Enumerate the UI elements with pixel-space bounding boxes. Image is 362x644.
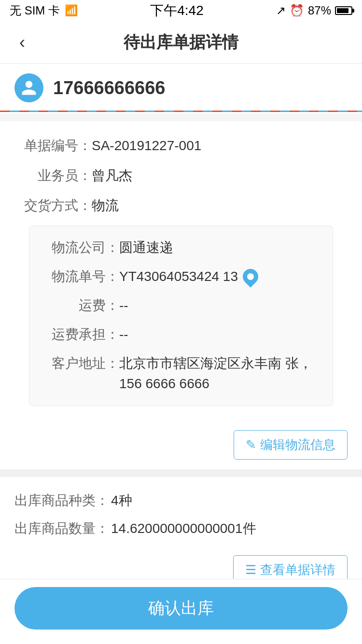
tracking-value: YT43064053424 13	[119, 266, 320, 287]
goods-quantity-row: 出库商品数量： 14.620000000000001件	[14, 519, 348, 538]
battery-percent: 87%	[308, 4, 331, 17]
goods-section: 出库商品种类： 4种 出库商品数量： 14.620000000000001件	[0, 477, 362, 547]
tracking-row: 物流单号： YT43064053424 13	[42, 266, 320, 287]
logistics-card: 物流公司： 圆通速递 物流单号： YT43064053424 13 运费： --…	[29, 225, 333, 406]
back-button[interactable]: ‹	[14, 28, 30, 57]
carrier-label: 无 SIM 卡	[10, 3, 60, 18]
address-label: 客户地址：	[42, 353, 119, 374]
freight-label: 运费：	[42, 295, 119, 316]
goods-types-row: 出库商品种类： 4种	[14, 491, 348, 510]
delivery-row: 交货方式： 物流	[14, 196, 348, 216]
edit-icon: ✎	[246, 437, 256, 452]
order-no-value: SA-20191227-001	[92, 136, 348, 156]
goods-quantity-label: 出库商品数量：	[14, 519, 111, 538]
order-no-label: 单据编号：	[14, 136, 92, 156]
logistics-company-row: 物流公司： 圆通速递	[42, 238, 320, 258]
customer-phone: 17666666666	[53, 78, 165, 98]
edit-logistics-row: ✎ 编辑物流信息	[0, 420, 362, 469]
avatar	[14, 73, 43, 102]
status-left: 无 SIM 卡 📶	[10, 3, 78, 18]
freight-value: --	[119, 295, 320, 316]
tracking-location-icon[interactable]	[239, 266, 261, 287]
order-no-row: 单据编号： SA-20191227-001	[14, 136, 348, 156]
logistics-company-label: 物流公司：	[42, 238, 119, 258]
address-row: 客户地址： 北京市市辖区海淀区永丰南 张，156 6666 6666	[42, 353, 320, 394]
list-icon: ☰	[245, 562, 256, 577]
goods-quantity-value: 14.620000000000001件	[111, 519, 256, 538]
logistics-company-value: 圆通速递	[119, 238, 320, 258]
confirm-outbound-button[interactable]: 确认出库	[14, 587, 348, 630]
customer-header: 17666666666	[0, 64, 362, 113]
person-icon	[20, 79, 38, 97]
delivery-label: 交货方式：	[14, 196, 92, 216]
page-title: 待出库单据详情	[124, 31, 238, 54]
salesman-label: 业务员：	[14, 166, 92, 186]
goods-types-label: 出库商品种类：	[14, 491, 111, 510]
clock-icon: ⏰	[290, 4, 304, 17]
freight-bear-label: 运费承担：	[42, 324, 119, 345]
edit-logistics-label: 编辑物流信息	[260, 436, 335, 453]
status-time: 下午4:42	[150, 1, 204, 20]
bottom-action-area: 确认出库	[0, 579, 362, 644]
delivery-value: 物流	[92, 196, 348, 216]
view-detail-label: 查看单据详情	[260, 561, 335, 578]
salesman-value: 曾凡杰	[92, 166, 348, 186]
location-arrow-icon: ↗	[276, 4, 286, 17]
freight-bear-value: --	[119, 324, 320, 345]
status-right: ↗ ⏰ 87%	[276, 4, 352, 17]
battery-icon	[335, 6, 352, 15]
order-info-section: 单据编号： SA-20191227-001 业务员： 曾凡杰 交货方式： 物流 …	[0, 121, 362, 420]
status-bar: 无 SIM 卡 📶 下午4:42 ↗ ⏰ 87%	[0, 0, 362, 21]
freight-row: 运费： --	[42, 295, 320, 316]
separator-1	[0, 469, 362, 477]
freight-bear-row: 运费承担： --	[42, 324, 320, 345]
wifi-icon: 📶	[65, 4, 78, 17]
confirm-outbound-label: 确认出库	[148, 597, 214, 619]
salesman-row: 业务员： 曾凡杰	[14, 166, 348, 186]
goods-types-value: 4种	[111, 491, 132, 510]
edit-logistics-button[interactable]: ✎ 编辑物流信息	[234, 430, 348, 460]
nav-bar: ‹ 待出库单据详情	[0, 21, 362, 64]
tracking-label: 物流单号：	[42, 266, 119, 287]
address-value: 北京市市辖区海淀区永丰南 张，156 6666 6666	[119, 353, 320, 394]
